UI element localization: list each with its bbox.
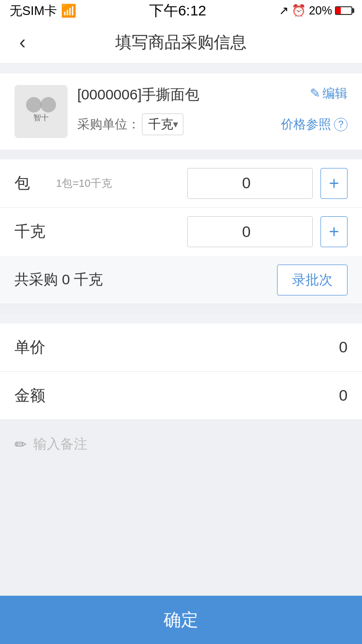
question-icon: ? (334, 118, 348, 131)
status-right: ↗ ⏰ 20% (279, 4, 352, 17)
bag-input-right: + (112, 168, 348, 199)
edit-button[interactable]: ✎ 编辑 (310, 85, 348, 102)
svg-point-0 (26, 97, 42, 112)
alarm-icon: ⏰ (292, 4, 306, 17)
bag-plus-button[interactable]: + (320, 168, 348, 199)
product-name: [0000006]手撕面包 (77, 85, 310, 105)
svg-text:智十: 智十 (33, 113, 49, 122)
product-unit-row: 采购单位： 千克 价格参照 ? (77, 113, 348, 135)
unit-select-wrapper[interactable]: 千克 (142, 113, 183, 135)
kg-input-right: + (53, 216, 348, 247)
edit-label: 编辑 (322, 85, 348, 102)
price-label: 单价 (14, 337, 45, 358)
price-value: 0 (339, 338, 348, 356)
kg-plus-button[interactable]: + (320, 216, 348, 247)
product-title-row: [0000006]手撕面包 ✎ 编辑 (77, 85, 348, 105)
total-section: 共采购 0 千克 录批次 (0, 256, 362, 304)
price-reference-button[interactable]: 价格参照 ? (281, 116, 348, 133)
product-logo-icon: 智十 (24, 95, 58, 124)
record-batch-button[interactable]: 录批次 (277, 265, 348, 295)
pencil-icon: ✏ (14, 436, 27, 453)
price-row: 单价 0 (0, 323, 362, 372)
product-card: 智十 [0000006]手撕面包 ✎ 编辑 采购单位： 千克 价格参照 ? (0, 73, 362, 150)
amount-row: 金额 0 (0, 372, 362, 420)
bag-input-row: 包 1包=10千克 + (0, 159, 362, 208)
notes-placeholder-text: 输入备注 (33, 435, 87, 453)
notes-section[interactable]: ✏ 输入备注 (0, 420, 362, 468)
wifi-icon: 📶 (61, 3, 76, 18)
nav-bar: ‹ 填写商品采购信息 (0, 21, 362, 64)
bag-quantity-input[interactable] (187, 168, 313, 199)
bag-label: 包 (14, 173, 53, 194)
product-info: [0000006]手撕面包 ✎ 编辑 采购单位： 千克 价格参照 ? (77, 85, 348, 135)
back-button[interactable]: ‹ (14, 27, 30, 58)
price-amount-section: 单价 0 金额 0 (0, 323, 362, 420)
product-image: 智十 (14, 85, 68, 138)
battery-icon (335, 6, 352, 15)
kg-input-row: 千克 + (0, 208, 362, 256)
amount-value: 0 (339, 387, 348, 405)
unit-selector-area: 采购单位： 千克 (77, 113, 183, 135)
confirm-button[interactable]: 确定 (0, 596, 362, 644)
status-bar: 无SIM卡 📶 下午6:12 ↗ ⏰ 20% (0, 0, 362, 21)
confirm-label: 确定 (164, 608, 198, 632)
page-title: 填写商品采购信息 (115, 31, 247, 54)
total-value: 0 (58, 271, 74, 287)
total-unit: 千克 (74, 271, 103, 287)
input-section: 包 1包=10千克 + 千克 + (0, 159, 362, 256)
unit-label: 采购单位： (77, 117, 140, 131)
total-label: 共采购 (14, 271, 58, 287)
battery-text: 20% (309, 4, 332, 17)
kg-quantity-input[interactable] (187, 216, 313, 247)
divider-1 (0, 150, 362, 159)
price-ref-label: 价格参照 (281, 116, 331, 133)
edit-icon: ✎ (310, 86, 320, 101)
carrier-text: 无SIM卡 (10, 2, 57, 19)
amount-label: 金额 (14, 385, 45, 406)
status-left: 无SIM卡 📶 (10, 2, 76, 19)
total-text: 共采购 0 千克 (14, 270, 103, 290)
unit-select[interactable]: 千克 (142, 113, 183, 135)
bag-sublabel: 1包=10千克 (56, 176, 112, 191)
location-icon: ↗ (279, 4, 289, 17)
kg-label: 千克 (14, 221, 53, 242)
divider-2 (0, 304, 362, 314)
svg-point-1 (41, 97, 56, 112)
status-time: 下午6:12 (149, 1, 206, 21)
